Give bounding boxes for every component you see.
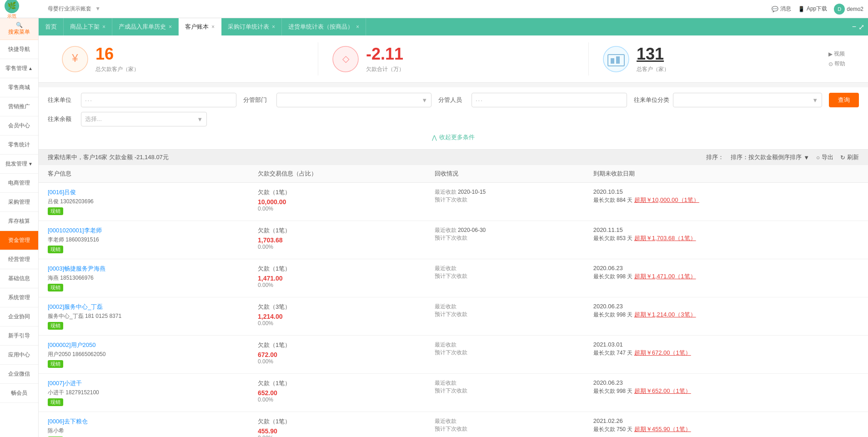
sidebar-item-retail-stats[interactable]: 零售统计 bbox=[0, 136, 38, 155]
maximize-icon[interactable]: ⤢ bbox=[858, 23, 864, 31]
cell-debt-info: 欠款（1笔） 10,000.00 0.00% bbox=[249, 183, 426, 221]
tab-product-listing[interactable]: 商品上下架 × bbox=[64, 18, 112, 35]
sidebar-item-app-center[interactable]: 应用中心 bbox=[0, 346, 38, 365]
total-customers-icon bbox=[602, 45, 630, 73]
recover-next: 预计下次收款 bbox=[435, 311, 575, 318]
customer-badge: 现销 bbox=[48, 360, 63, 368]
tab-product-history[interactable]: 产成品入库单历史 × bbox=[112, 18, 179, 35]
tab-close-icon[interactable]: × bbox=[356, 24, 359, 30]
tab-customer-ledger[interactable]: 客户账本 × bbox=[179, 18, 221, 35]
debt-amount: 455.90 bbox=[258, 427, 416, 435]
recover-label: 最近收款 2020-10-15 bbox=[435, 188, 575, 196]
search-menu-item[interactable]: 🔍 搜索菜单 bbox=[0, 18, 38, 40]
sidebar-item-newbie[interactable]: 新手引导 bbox=[0, 326, 38, 346]
debt-percent: 0.00% bbox=[258, 358, 416, 365]
sidebar-item-purchase[interactable]: 采购管理 bbox=[0, 193, 38, 212]
sidebar-item-label: 企业协同 bbox=[2, 313, 36, 321]
overdue-days: 最长欠款 747 天 超期￥672.00（1笔） bbox=[593, 349, 859, 357]
sidebar-item-retail-mall[interactable]: 零售商城 bbox=[0, 78, 38, 97]
minimize-icon[interactable]: − bbox=[852, 23, 856, 31]
sidebar-item-system[interactable]: 系统管理 bbox=[0, 288, 38, 307]
user-avatar[interactable]: D demo2 bbox=[834, 4, 863, 15]
filter-row-2: 往来余额 选择... ▼ bbox=[48, 112, 859, 126]
sidebar-item-basic-info[interactable]: 基础信息 bbox=[0, 269, 38, 288]
tab-close-icon[interactable]: × bbox=[169, 24, 172, 30]
sidebar-item-member[interactable]: 会员中心 bbox=[0, 116, 38, 136]
recover-next: 预计下次收款 bbox=[435, 425, 575, 433]
recover-next: 预计下次收款 bbox=[435, 387, 575, 395]
overdue-link[interactable]: 超期￥10,000.00（1笔） bbox=[634, 196, 699, 203]
table-row: [0006]去下粮仓 陈小希 现销 欠款（1笔） 455.90 0.00% 最近… bbox=[39, 412, 868, 437]
balance-input[interactable]: 选择... ▼ bbox=[81, 112, 207, 126]
recover-next: 预计下次收款 bbox=[435, 272, 575, 280]
tab-purchase-stats-product[interactable]: 进货单统计表（按商品） × bbox=[282, 18, 366, 35]
from-unit-input[interactable]: ··· bbox=[81, 93, 236, 107]
sidebar-item-wholesale[interactable]: 批发管理 ▼ bbox=[0, 155, 38, 174]
sidebar-item-operations[interactable]: 经营管理 bbox=[0, 250, 38, 269]
table-body: [0016]吕俊 吕俊 13026203696 现销 欠款（1笔） 10,000… bbox=[39, 183, 868, 437]
tab-home[interactable]: 首页 bbox=[39, 18, 64, 35]
customer-name-link[interactable]: [000002]用户2050 bbox=[48, 342, 96, 348]
unit-class-input[interactable]: ▼ bbox=[673, 93, 823, 107]
sidebar-item-inventory[interactable]: 库存核算 bbox=[0, 212, 38, 231]
store-selector[interactable]: 母婴行业演示账套 ▼ bbox=[43, 5, 772, 13]
sidebar-item-retail-mgmt[interactable]: 零售管理 ▲ bbox=[0, 59, 38, 78]
customer-name-link[interactable]: [0002]服务中心_丁磊 bbox=[48, 303, 103, 310]
overdue-link[interactable]: 超期￥672.00（1笔） bbox=[634, 349, 691, 356]
cell-customer-info: [000002]用户2050 用户2050 18665062050 现销 bbox=[39, 336, 249, 374]
sidebar-item-ecommerce[interactable]: 电商管理 bbox=[0, 174, 38, 193]
collapse-filter-btn[interactable]: ⋀ 收起更多条件 bbox=[48, 131, 859, 144]
tab-close-icon[interactable]: × bbox=[211, 24, 215, 30]
cell-recover-info: 最近收款 预计下次收款 bbox=[426, 412, 584, 437]
tab-purchase-stats[interactable]: 采购订单统计表 × bbox=[221, 18, 282, 35]
sidebar-item-member-plus[interactable]: 畅会员 bbox=[0, 384, 38, 403]
sidebar-item-quick-nav[interactable]: 快捷导航 bbox=[0, 40, 38, 59]
overdue-link[interactable]: 超期￥1,703.68（1笔） bbox=[634, 235, 696, 241]
refresh-btn[interactable]: ↻ 刷新 bbox=[840, 153, 859, 161]
overdue-link[interactable]: 超期￥1,471.00（1笔） bbox=[634, 273, 696, 280]
query-button[interactable]: 查询 bbox=[829, 93, 859, 107]
sort-selector[interactable]: 排序：按欠款金额倒序排序 ▼ bbox=[731, 153, 809, 161]
sidebar-item-label: 企业微信 bbox=[2, 370, 36, 378]
top-bar: 🌿 示范 母婴行业演示账套 ▼ 💬 消息 📱 App下载 D demo2 bbox=[0, 0, 868, 18]
cell-due-info: 2020.06.23 最长欠款 998 天 超期￥652.00（1笔） bbox=[584, 374, 868, 412]
debt-count: 欠款（3笔） bbox=[258, 303, 416, 311]
dept-input[interactable]: ▼ bbox=[276, 93, 432, 107]
sidebar-item-wechat[interactable]: 企业微信 bbox=[0, 365, 38, 384]
overdue-link[interactable]: 超期￥455.90（1笔） bbox=[634, 426, 691, 432]
customer-name-link[interactable]: [0001020001]李老师 bbox=[48, 227, 102, 234]
table-row: [0016]吕俊 吕俊 13026203696 现销 欠款（1笔） 10,000… bbox=[39, 183, 868, 221]
tab-close-icon[interactable]: × bbox=[272, 24, 275, 30]
search-icon: 🔍 bbox=[4, 22, 35, 28]
sidebar-item-finance[interactable]: 资金管理 bbox=[0, 231, 38, 250]
customer-name-link[interactable]: [0007]小进干 bbox=[48, 380, 82, 387]
customer-name-link[interactable]: [0003]畅捷服务尹海燕 bbox=[48, 265, 105, 272]
export-btn[interactable]: ○ 导出 bbox=[816, 153, 833, 161]
debt-amount: 1,703.68 bbox=[258, 236, 416, 244]
cell-recover-info: 最近收款 2020-10-15 预计下次收款 bbox=[426, 183, 584, 221]
overdue-link[interactable]: 超期￥1,214.00（3笔） bbox=[634, 311, 696, 318]
due-date: 2020.06.23 bbox=[593, 379, 859, 386]
view-video-btn[interactable]: ▶ 视频 bbox=[828, 50, 845, 58]
debt-amount: 1,471.00 bbox=[258, 275, 416, 282]
results-actions: 排序： 排序：按欠款金额倒序排序 ▼ ○ 导出 ↻ 刷新 bbox=[706, 153, 859, 161]
recover-date: 2020-06-30 bbox=[458, 227, 486, 233]
filter-from-unit: 往来单位 ··· bbox=[48, 93, 236, 107]
filter-person: 分管人员 ··· bbox=[438, 93, 627, 107]
chevron-down-icon: ▼ bbox=[197, 116, 203, 123]
sidebar-item-enterprise[interactable]: 企业协同 bbox=[0, 307, 38, 326]
sidebar-item-marketing[interactable]: 营销推广 bbox=[0, 97, 38, 116]
app-download-btn[interactable]: 📱 App下载 bbox=[798, 5, 827, 13]
overdue-link[interactable]: 超期￥652.00（1笔） bbox=[634, 387, 691, 394]
debt-count: 欠款（1笔） bbox=[258, 379, 416, 387]
due-date: 2021.03.01 bbox=[593, 341, 859, 348]
chevron-down-icon: ▼ bbox=[803, 154, 809, 161]
person-input[interactable]: ··· bbox=[472, 93, 627, 107]
customer-name-link[interactable]: [0016]吕俊 bbox=[48, 189, 76, 196]
customer-name-link[interactable]: [0006]去下粮仓 bbox=[48, 418, 88, 425]
tab-label: 客户账本 bbox=[185, 23, 209, 31]
tab-close-icon[interactable]: × bbox=[102, 24, 105, 30]
help-btn[interactable]: ⊙ 帮助 bbox=[828, 60, 845, 68]
message-btn[interactable]: 💬 消息 bbox=[772, 5, 791, 13]
from-unit-label: 往来单位 bbox=[48, 96, 77, 104]
